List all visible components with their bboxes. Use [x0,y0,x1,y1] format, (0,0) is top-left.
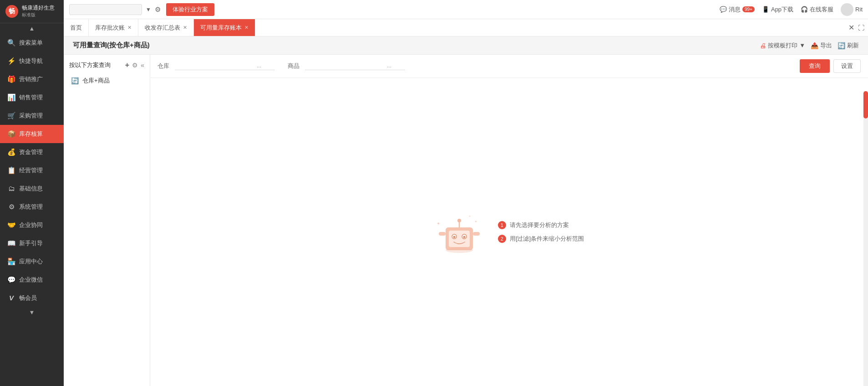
export-label: 导出 [820,41,832,50]
svg-point-8 [457,219,461,222]
tab-bar-right: ✕ ⛶ [848,23,868,32]
export-btn[interactable]: 📤 导出 [811,41,832,50]
scheme-settings-btn[interactable]: ⚙ [132,62,138,69]
search-icon: 🔍 [7,39,15,47]
collapse-panel-btn[interactable]: « [141,62,144,69]
refresh-icon: 🔄 [838,42,845,49]
header-dropdown-btn[interactable]: ▼ [146,6,151,13]
template-print-arrow: ▼ [799,42,805,49]
tab-batch-ledger[interactable]: 库存批次账 ✕ [89,19,138,36]
right-scrollbar[interactable] [863,91,868,386]
query-btn[interactable]: 查询 [800,59,830,73]
tab-home-label: 首页 [70,24,82,32]
folder-icon: 🗂 [7,185,15,192]
sidebar-item-system[interactable]: ⚙ 系统管理 [0,198,64,216]
sidebar-item-marketing[interactable]: 🎁 营销推广 [0,70,64,88]
tab-close-batch[interactable]: ✕ [127,25,132,31]
filter-bar: 仓库 ... 商品 ... 查询 设置 [150,55,868,78]
print-icon: 🖨 [760,42,766,49]
export-icon: 📤 [811,42,818,49]
sidebar-item-wechat[interactable]: 💬 企业微信 [0,271,64,289]
sidebar-item-enterprise[interactable]: 🤝 企业协同 [0,216,64,234]
empty-text: 1 请先选择要分析的方案 2 用[过滤]条件来缩小分析范围 [498,221,584,243]
empty-illustration: ✦ ✦ ✦ [434,209,484,255]
product-input[interactable] [305,62,387,69]
store-icon: 🏪 [7,257,15,266]
sidebar-item-newbie[interactable]: 📖 新手引导 [0,234,64,252]
main-area: ▼ ⚙ 体验行业方案 💬 消息 99+ 📱 App下载 🎧 在线客服 Rit [64,0,868,386]
sidebar-item-inventory[interactable]: 📦 库存核算 [0,125,64,143]
user-avatar-btn[interactable]: Rit [841,3,863,16]
page-header: 可用量查询(按仓库+商品) 🖨 按模板打印 ▼ 📤 导出 🔄 刷新 [64,36,868,55]
tab-close-receipt[interactable]: ✕ [183,25,187,31]
tab-close-available[interactable]: ✕ [244,25,249,31]
sidebar-item-search[interactable]: 🔍 搜索菜单 [0,34,64,52]
refresh-btn[interactable]: 🔄 刷新 [838,41,859,50]
tab-batch-label: 库存批次账 [95,24,125,32]
sidebar-item-shortcut[interactable]: ⚡ 快捷导航 [0,52,64,70]
brand-icon: 畅 [5,5,18,18]
sidebar-scroll-down[interactable]: ▼ [0,307,64,318]
message-icon: 💬 [720,6,727,13]
brand-name: 畅康通好生意 [22,5,55,12]
tab-available-qty[interactable]: 可用量库存账本 ✕ [194,19,255,36]
tab-home[interactable]: 首页 [64,19,89,36]
tab-bar-expand-btn[interactable]: ⛶ [858,24,864,31]
product-more-btn[interactable]: ... [387,62,391,69]
warehouse-input[interactable] [175,62,257,69]
warehouse-more-btn[interactable]: ... [257,62,261,69]
add-scheme-btn[interactable]: + [125,61,129,69]
industry-solution-btn[interactable]: 体验行业方案 [166,3,214,16]
left-panel: 按以下方案查询 + ⚙ « 🔄 仓库+商品 [64,55,150,386]
tab-receipt-summary[interactable]: 收发存汇总表 ✕ [138,19,194,36]
warehouse-filter-label: 仓库 [157,62,169,70]
template-print-label: 按模板打印 [768,41,797,50]
sidebar-scroll-up[interactable]: ▲ [0,23,64,34]
product-filter-label: 商品 [288,62,299,70]
book-icon: 📖 [7,239,15,247]
sidebar-item-label: 库存核算 [19,130,43,138]
sidebar-brand: 畅 畅康通好生意 标准版 [0,0,64,23]
header-search-input[interactable] [69,4,142,15]
step-1-num: 1 [498,221,506,229]
app-download-btn[interactable]: 📱 App下载 [762,5,793,14]
sidebar-item-operations[interactable]: 📋 经营管理 [0,161,64,180]
username-label: Rit [855,6,863,13]
sidebar-item-label: 企业协同 [19,221,43,229]
tab-bar: 首页 库存批次账 ✕ 收发存汇总表 ✕ 可用量库存账本 ✕ ✕ ⛶ [64,19,868,36]
top-header: ▼ ⚙ 体验行业方案 💬 消息 99+ 📱 App下载 🎧 在线客服 Rit [64,0,868,19]
sidebar-item-member[interactable]: V 畅会员 [0,289,64,307]
svg-point-6 [463,236,465,238]
step-2-num: 2 [498,235,506,243]
content-area: 按以下方案查询 + ⚙ « 🔄 仓库+商品 仓库 ... [64,55,868,386]
sidebar-item-label: 畅会员 [19,294,37,302]
sidebar-item-label: 系统管理 [19,203,43,211]
message-btn[interactable]: 💬 消息 99+ [720,5,755,14]
tab-bar-close-btn[interactable]: ✕ [848,23,854,32]
brand-tag: 标准版 [22,12,55,18]
filter-right-actions: 查询 设置 [800,59,861,73]
product-input-wrapper: ... [305,62,405,70]
sidebar-item-basic[interactable]: 🗂 基础信息 [0,180,64,198]
sidebar-item-finance[interactable]: 💰 资金管理 [0,143,64,161]
online-service-label: 在线客服 [810,5,833,14]
sidebar-item-purchase[interactable]: 🛒 采购管理 [0,107,64,125]
tab-receipt-label: 收发存汇总表 [145,24,180,32]
sidebar-nav: ▲ 🔍 搜索菜单 ⚡ 快捷导航 🎁 营销推广 📊 销售管理 🛒 采购管理 📦 库… [0,23,64,386]
right-panel: 仓库 ... 商品 ... 查询 设置 [150,55,868,386]
template-print-btn[interactable]: 🖨 按模板打印 ▼ [760,41,805,50]
filter-settings-btn[interactable]: 设置 [833,59,861,73]
header-gear-btn[interactable]: ⚙ [155,5,161,14]
online-service-btn[interactable]: 🎧 在线客服 [801,5,833,14]
page-title: 可用量查询(按仓库+商品) [73,41,150,50]
member-v-icon: V [7,294,15,302]
sidebar-item-label: 经营管理 [19,166,43,175]
sidebar-item-label: 搜索菜单 [19,39,43,47]
sidebar-item-apps[interactable]: 🏪 应用中心 [0,252,64,271]
avatar [841,3,853,16]
sidebar-item-label: 营销推广 [19,75,43,83]
sidebar-item-sales[interactable]: 📊 销售管理 [0,88,64,107]
scheme-item-warehouse-product[interactable]: 🔄 仓库+商品 [64,73,150,88]
warehouse-input-wrapper: ... [175,62,275,70]
handshake-icon: 🤝 [7,221,15,229]
